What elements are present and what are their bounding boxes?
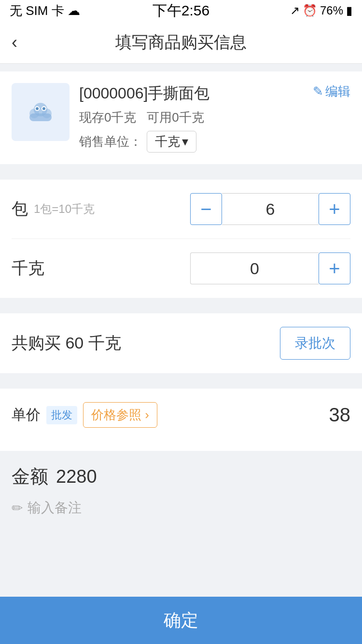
price-row: 单价 批发 价格参照 › 38 [12,402,350,428]
status-bar: 无 SIM 卡 ☁ 下午2:56 ↗ ⏰ 76% ▮ [0,0,362,21]
unit-label: 销售单位： [79,133,142,150]
increase-bao-button[interactable]: + [319,193,350,225]
svg-rect-3 [29,113,52,121]
location-icon: ↗ [290,4,300,17]
price-label: 单价 [12,405,41,425]
back-button[interactable]: ‹ [12,32,17,53]
quantity-bao-input[interactable] [222,193,319,225]
pencil-icon: ✏ [12,500,23,516]
product-name: [0000006]手撕面包 [79,83,350,104]
amount-section: 金额 2280 ✏ 输入备注 [0,451,362,527]
status-right: ↗ ⏰ 76% ▮ [290,4,352,17]
confirm-button-text: 确定 [164,609,198,632]
total-label: 共购买 60 千克 [12,332,121,354]
page-title: 填写商品购买信息 [115,31,247,54]
amount-value: 2280 [56,466,97,487]
quantity-label-kg: 千克 [12,257,44,280]
quantity-section: 包 1包=10千克 − + 千克 + [0,180,362,298]
record-batch-button[interactable]: 录批次 [280,327,350,360]
svg-point-6 [36,107,39,110]
amount-row: 金额 2280 [12,464,350,489]
edit-button[interactable]: ✎ 编辑 [313,83,350,100]
unit-select[interactable]: 千克 ▾ [147,131,196,153]
quantity-hint-bao: 1包=10千克 [34,201,95,217]
total-row: 共购买 60 千克 录批次 [0,313,362,373]
status-left: 无 SIM 卡 ☁ [10,2,80,19]
amount-note[interactable]: ✏ 输入备注 [12,499,350,527]
product-card: [0000006]手撕面包 现存0千克 可用0千克 销售单位： 千克 ▾ ✎ 编… [0,71,362,164]
price-tag-batch: 批发 [46,406,77,424]
quantity-control-kg: + [190,252,350,284]
quantity-row-kg: 千克 + [12,239,350,298]
product-unit-row: 销售单位： 千克 ▾ [79,131,350,153]
nav-bar: ‹ 填写商品购买信息 [0,21,362,64]
quantity-row-bao: 包 1包=10千克 − + [12,180,350,239]
price-reference-button[interactable]: 价格参照 › [83,402,157,428]
product-stock: 现存0千克 可用0千克 [79,109,350,126]
decrease-bao-button[interactable]: − [190,193,222,225]
price-section: 单价 批发 价格参照 › 38 [0,389,362,451]
confirm-bar[interactable]: 确定 [0,597,362,644]
chevron-down-icon: ▾ [182,134,188,149]
note-label: 输入备注 [28,499,82,517]
battery-icon: ▮ [346,4,352,17]
quantity-kg-input[interactable] [190,252,319,284]
quantity-label-bao: 包 1包=10千克 [12,198,95,220]
price-left: 单价 批发 价格参照 › [12,402,157,428]
sim-status: 无 SIM 卡 ☁ [10,2,80,19]
svg-point-7 [42,107,45,110]
status-time: 下午2:56 [153,1,209,21]
product-info: [0000006]手撕面包 现存0千克 可用0千克 销售单位： 千克 ▾ [79,83,350,153]
battery-level: 76% [320,4,343,17]
price-value: 38 [329,404,351,426]
edit-icon: ✎ [313,84,323,99]
increase-kg-button[interactable]: + [319,252,350,284]
alarm-icon: ⏰ [303,4,317,17]
quantity-control-bao: − + [190,193,350,225]
product-image [12,83,70,141]
amount-label: 金额 [12,464,48,489]
